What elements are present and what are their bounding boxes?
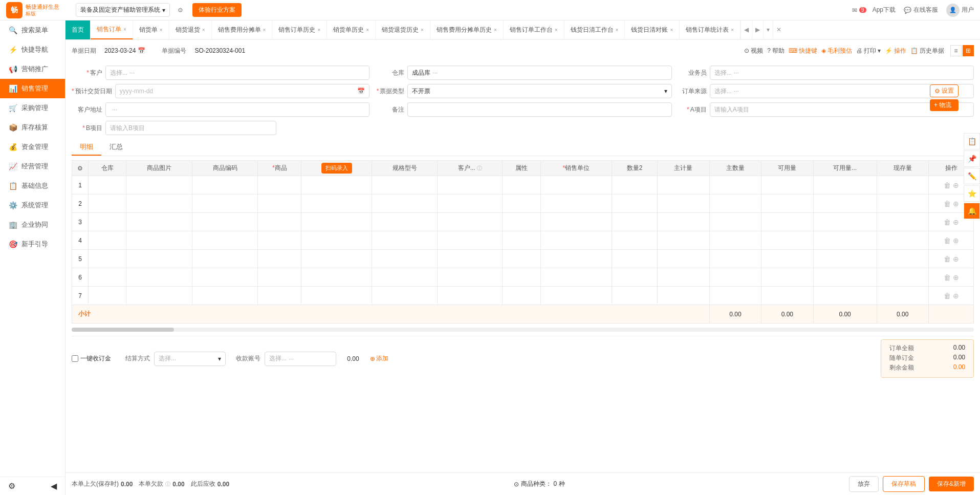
h-scroll[interactable] — [72, 324, 974, 336]
quick-pay-checkbox[interactable]: 一键收订金 — [72, 354, 111, 363]
sidebar-item-finance[interactable]: 💰 资金管理 — [0, 137, 65, 157]
tab-sales-order-history[interactable]: 销售订单历史 × — [272, 20, 327, 39]
tab-sales-goods-history[interactable]: 销货单历史 × — [327, 20, 376, 39]
row-copy-icon[interactable]: ⊕ — [953, 181, 959, 189]
user-avatar[interactable]: 👤 用户 — [946, 4, 974, 17]
row-delete-icon[interactable]: 🗑 — [944, 218, 951, 226]
sidebar-item-search[interactable]: 🔍 搜索菜单 — [0, 20, 65, 40]
sidebar-item-enterprise[interactable]: 🏢 企业协同 — [0, 215, 65, 234]
tab-menu-btn[interactable]: ▾ — [763, 20, 773, 39]
row-copy-icon[interactable]: ⊕ — [953, 273, 959, 282]
row-delete-icon[interactable]: 🗑 — [944, 255, 951, 263]
tab-sales-return-history[interactable]: 销货退货历史 × — [376, 20, 430, 39]
tab-close-all-btn[interactable]: ✕ — [773, 20, 785, 39]
tab-sales-stats[interactable]: 销售订单统计表 × — [680, 20, 741, 39]
date-field[interactable]: 2023-03-24 📅 — [104, 47, 145, 54]
scroll-thumb[interactable] — [72, 328, 174, 332]
col-attribute: 属性 — [503, 161, 540, 176]
row-copy-icon[interactable]: ⊕ — [953, 236, 959, 245]
row-copy-icon[interactable]: ⊕ — [953, 218, 959, 226]
warehouse-input[interactable]: 成品库 ··· — [407, 66, 671, 80]
payment-method-select[interactable]: 选择... ▾ — [154, 352, 226, 366]
address-input[interactable]: ··· — [105, 102, 369, 117]
tab-sales-fee[interactable]: 销售费用分摊单 × — [212, 20, 273, 39]
save-draft-btn[interactable]: 保存草稿 — [883, 476, 925, 492]
discard-btn[interactable]: 放弃 — [849, 476, 879, 492]
row-copy-icon[interactable]: ⊕ — [953, 255, 959, 263]
shortcut-btn[interactable]: ⌨ 快捷键 — [789, 47, 817, 55]
industry-btn[interactable]: 体验行业方案 — [192, 3, 242, 17]
tab-daily-workbench[interactable]: 钱货日清工作台 × — [564, 20, 625, 39]
address-label: 客户地址 — [72, 105, 102, 114]
right-panel-clipboard[interactable]: 📋 — [964, 133, 980, 149]
invoice-select[interactable]: 不开票 ▾ — [407, 84, 671, 98]
sidebar-item-basic[interactable]: 📋 基础信息 — [0, 176, 65, 196]
right-panel-alert[interactable]: 🔔 — [964, 203, 980, 219]
account-input[interactable]: 选择... ··· — [265, 352, 336, 366]
customer-input[interactable]: 选择... ··· — [105, 66, 369, 80]
add-goods-btn[interactable]: + 物流 — [930, 99, 959, 111]
row-copy-icon[interactable]: ⊕ — [953, 292, 959, 300]
tab-next-btn[interactable]: ▶ — [752, 20, 763, 39]
form-row-1: 客户 选择... ··· 仓库 成品库 ··· — [72, 66, 974, 80]
sidebar-item-purchase[interactable]: 🛒 采购管理 — [0, 98, 65, 118]
right-panel-pin[interactable]: 📌 — [964, 150, 980, 167]
sidebar-collapse-btn[interactable]: ◀ — [51, 481, 57, 491]
operations-btn[interactable]: ⚡ 操作 — [885, 47, 906, 55]
detail-tab-summary[interactable]: 汇总 — [101, 139, 131, 156]
view-list-btn[interactable]: ≡ — [950, 45, 962, 56]
sidebar-item-guide[interactable]: 🎯 新手引导 — [0, 234, 65, 254]
scan-btn[interactable]: 扫码录入 — [321, 163, 352, 174]
tab-prev-btn[interactable]: ◀ — [741, 20, 752, 39]
expected-date-input[interactable]: yyyy-mm-dd 📅 — [115, 84, 370, 98]
row-delete-icon[interactable]: 🗑 — [944, 181, 951, 189]
sidebar-item-operations[interactable]: 📈 经营管理 — [0, 157, 65, 176]
row-delete-icon[interactable]: 🗑 — [944, 200, 951, 208]
row-copy-icon[interactable]: ⊕ — [953, 200, 959, 208]
message-btn[interactable]: ✉ 9 App下载 — [852, 6, 896, 14]
sidebar-item-sales[interactable]: 📊 销售管理 — [0, 79, 65, 98]
b-project-input[interactable]: 请输入B项目 — [105, 121, 276, 135]
row-delete-icon[interactable]: 🗑 — [944, 236, 951, 245]
sidebar-item-quick-nav[interactable]: ⚡ 快捷导航 — [0, 40, 65, 59]
salesperson-group: 业务员 选择... ··· — [676, 66, 974, 80]
notes-input[interactable] — [407, 102, 671, 117]
tab-bar: 首页 销售订单 × 销货单 × 销货退货 × 销售费用分摊单 × 销售订单历史 … — [66, 20, 980, 40]
sidebar-settings-btn[interactable]: ⚙ — [8, 481, 15, 491]
tab-daily-reconcile[interactable]: 钱货日清对账 × — [625, 20, 680, 39]
tab-sales-fee-history[interactable]: 销售费用分摊单历史 × — [430, 20, 504, 39]
tab-sales-return[interactable]: 销货退货 × — [169, 20, 212, 39]
online-service-btn[interactable]: 💬 在线客服 — [904, 6, 938, 14]
tab-sales-goods[interactable]: 销货单 × — [133, 20, 169, 39]
detail-tab-detail[interactable]: 明细 — [72, 139, 101, 156]
add-payment-btn[interactable]: ⊕ 添加 — [370, 354, 388, 363]
view-grid-btn[interactable]: ⊞ — [963, 45, 974, 56]
row-delete-icon[interactable]: 🗑 — [944, 292, 951, 300]
tab-sales-workbench[interactable]: 销售订单工作台 × — [504, 20, 564, 39]
settings-icon[interactable]: ⚙ — [172, 2, 188, 18]
setting-btn[interactable]: ⚙ 设置 — [930, 84, 959, 97]
purchase-icon: 🛒 — [8, 103, 17, 113]
search-icon: 🔍 — [8, 26, 17, 35]
system-selector[interactable]: 装备及固定资产辅助管理系统 ▾ — [76, 3, 170, 17]
history-btn[interactable]: 📋 历史单据 — [910, 47, 944, 55]
col-settings[interactable]: ⚙ — [72, 161, 89, 176]
logo-area: 畅 畅捷通好生意 标版 — [6, 2, 72, 18]
view-btn[interactable]: ⊙ 视频 — [744, 47, 763, 55]
right-panel-star[interactable]: ⭐ — [964, 185, 980, 202]
tab-home[interactable]: 首页 — [66, 20, 91, 39]
right-panel-edit[interactable]: ✏️ — [964, 168, 980, 184]
b-project-label: B项目 — [72, 124, 102, 133]
salesperson-input[interactable]: 选择... ··· — [710, 66, 974, 80]
sidebar-item-marketing[interactable]: 📢 营销推广 — [0, 59, 65, 79]
row-delete-icon[interactable]: 🗑 — [944, 273, 951, 282]
sidebar-item-inventory[interactable]: 📦 库存核算 — [0, 118, 65, 137]
print-btn[interactable]: 🖨 打印 ▾ — [856, 47, 881, 55]
help-btn[interactable]: ? 帮助 — [767, 47, 785, 55]
col-main-qty: 主数量 — [709, 161, 761, 176]
tab-sales-order[interactable]: 销售订单 × — [91, 20, 133, 39]
sidebar-item-system[interactable]: ⚙️ 系统管理 — [0, 196, 65, 215]
save-new-btn[interactable]: 保存&新增 — [929, 477, 974, 491]
table-row: 1 🗑⊕ — [72, 176, 974, 195]
profit-btn[interactable]: ◈ 毛利预估 — [821, 47, 852, 55]
